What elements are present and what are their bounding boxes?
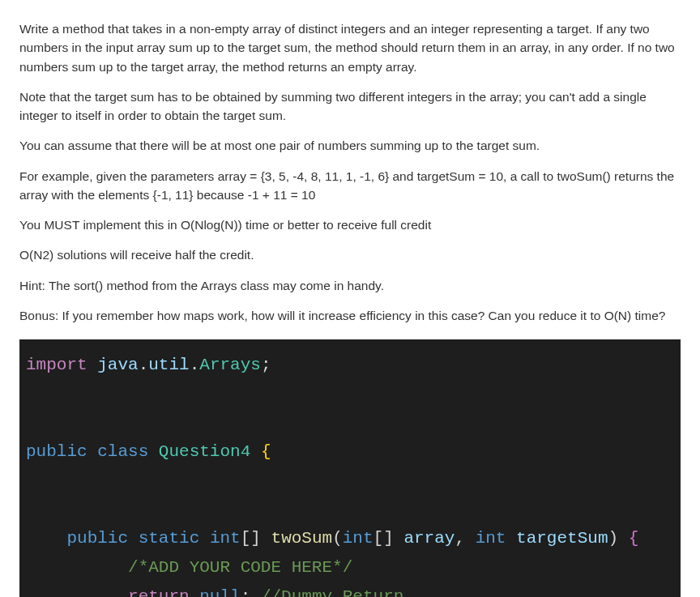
class-name: Question4: [159, 442, 250, 461]
method-name: twoSum: [271, 529, 333, 548]
keyword-import: import: [26, 356, 88, 374]
problem-description: Write a method that takes in a non-empty…: [19, 19, 681, 325]
keyword-return: return: [128, 587, 190, 598]
param-array: array: [403, 529, 455, 548]
code-editor: import java.util.Arrays; public class Qu…: [19, 339, 681, 597]
param-type-int-2: int: [476, 529, 506, 548]
comment-dummy: //Dummy Return: [261, 587, 403, 598]
keyword-class: class: [97, 442, 148, 461]
package-part-java: java: [97, 356, 138, 374]
problem-paragraph-1: Write a method that takes in a non-empty…: [19, 19, 681, 76]
keyword-public: public: [26, 442, 88, 461]
problem-paragraph-7: Hint: The sort() method from the Arrays …: [19, 276, 681, 295]
package-part-arrays: Arrays: [199, 356, 261, 374]
comment-todo: /*ADD YOUR CODE HERE*/: [128, 558, 352, 577]
problem-paragraph-6: O(N2) solutions will receive half the cr…: [19, 245, 681, 264]
keyword-public-method: public: [66, 529, 128, 548]
problem-paragraph-2: Note that the target sum has to be obtai…: [19, 87, 681, 126]
param-targetsum: targetSum: [516, 529, 608, 548]
return-type-int: int: [210, 529, 241, 548]
problem-paragraph-3: You can assume that there will be at mos…: [19, 136, 681, 155]
package-part-util: util: [148, 356, 189, 374]
keyword-static: static: [139, 529, 200, 548]
keyword-null: null: [199, 587, 240, 598]
problem-paragraph-5: You MUST implement this in O(Nlog(N)) ti…: [19, 215, 681, 234]
param-type-int-1: int: [343, 529, 373, 548]
problem-paragraph-8: Bonus: If you remember how maps work, ho…: [19, 306, 681, 325]
problem-paragraph-4: For example, given the parameters array …: [19, 167, 681, 205]
